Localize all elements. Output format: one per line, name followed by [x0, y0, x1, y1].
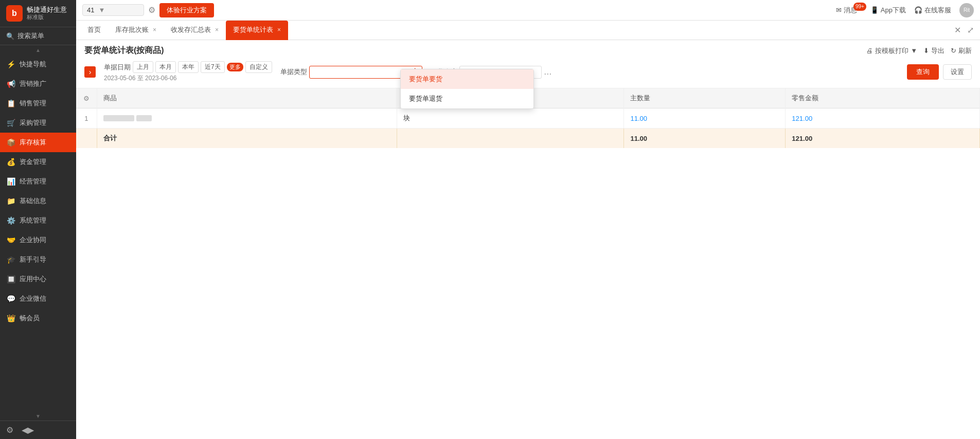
message-icon: ✉ [836, 6, 842, 14]
footer-amount: 121.00 [786, 129, 980, 149]
search-label: 搜索菜单 [17, 31, 44, 41]
tab-close-order-stats[interactable]: × [277, 26, 281, 33]
warehouse-more-icon[interactable]: … [544, 67, 552, 77]
page-content: 要货单统计表(按商品) 🖨 按模板打印 ▼ ⬇ 导出 ↻ 刷新 › [76, 40, 980, 439]
topbar: 41 ▼ ⚙ 体验行业方案 ✉ 消息 99+ 📱 App下载 🎧 在线客服 Ri… [76, 0, 980, 21]
date-custom-button[interactable]: 自定义 [245, 61, 272, 73]
sidebar-item-guide[interactable]: 🎓 新手引导 [0, 250, 76, 269]
scroll-up-indicator[interactable]: ▲ [0, 45, 76, 54]
chevron-down-icon: ▼ [98, 6, 105, 14]
export-button[interactable]: ⬇ 导出 [923, 46, 945, 56]
service-icon: 🎧 [914, 6, 922, 14]
logo-text: 畅捷通好生意 [27, 6, 67, 14]
online-service-label: 在线客服 [924, 6, 951, 15]
search-icon: 🔍 [6, 32, 14, 40]
sidebar: b 畅捷通好生意 标准版 🔍 搜索菜单 ▲ ⚡ 快捷导航 📢 营销推广 📋 销售… [0, 0, 76, 439]
row-quantity: 11.00 [624, 108, 786, 129]
scroll-down-indicator[interactable]: ▼ [0, 411, 76, 420]
sidebar-item-label: 资金管理 [20, 157, 46, 167]
sidebar-item-label: 新手引导 [20, 255, 46, 264]
sidebar-item-label: 基础信息 [20, 196, 46, 206]
quantity-link[interactable]: 11.00 [630, 115, 647, 122]
tab-home[interactable]: 首页 [80, 21, 108, 40]
tab-inventory-batch[interactable]: 库存批次账 × [108, 21, 164, 40]
sidebar-item-operations[interactable]: 📊 经营管理 [0, 172, 76, 191]
tabbar: 首页 库存批次账 × 收发存汇总表 × 要货单统计表 × ✕ ⤢ [76, 21, 980, 40]
sidebar-item-marketing[interactable]: 📢 营销推广 [0, 74, 76, 94]
footer-quantity: 11.00 [624, 129, 786, 149]
tab-inventory-batch-label: 库存批次账 [115, 25, 149, 34]
sidebar-item-quick-nav[interactable]: ⚡ 快捷导航 [0, 54, 76, 74]
collapse-icon[interactable]: ◀▶ [22, 425, 34, 435]
logo-icon: b [6, 5, 23, 22]
page-header-actions: 🖨 按模板打印 ▼ ⬇ 导出 ↻ 刷新 [866, 46, 972, 56]
date-filter-group: 单据日期 上月 本月 本年 近7天 更多 自定义 2023-05-06 至 20… [104, 61, 272, 83]
print-template-button[interactable]: 🖨 按模板打印 ▼ [866, 46, 917, 56]
filter-expand-button[interactable]: › [84, 66, 96, 78]
logo-sub: 标准版 [27, 13, 67, 21]
sidebar-item-system[interactable]: ⚙️ 系统管理 [0, 211, 76, 230]
sidebar-item-label: 企业微信 [20, 294, 46, 303]
system-icon: ⚙️ [6, 216, 15, 225]
enterprise-icon: 🤝 [6, 235, 15, 245]
tab-close-inventory-batch[interactable]: × [153, 26, 156, 33]
date-last-month-button[interactable]: 上月 [133, 61, 153, 73]
wechat-icon: 💬 [6, 294, 15, 303]
amount-link[interactable]: 121.00 [792, 115, 812, 122]
user-avatar-button[interactable]: Rit [959, 3, 974, 17]
tab-order-stats-label: 要货单统计表 [233, 25, 273, 34]
refresh-button[interactable]: ↻ 刷新 [951, 46, 972, 56]
single-type-dropdown: 要货单要货 要货单退货 [400, 69, 534, 109]
page-header: 要货单统计表(按商品) 🖨 按模板打印 ▼ ⬇ 导出 ↻ 刷新 [76, 40, 980, 56]
maximize-button[interactable]: ⤢ [965, 23, 976, 37]
tab-collection-summary[interactable]: 收发存汇总表 × [164, 21, 226, 40]
tab-order-stats[interactable]: 要货单统计表 × [226, 21, 288, 40]
close-all-tabs-button[interactable]: ✕ [952, 23, 963, 37]
app-download-button[interactable]: 📱 App下载 [870, 6, 906, 15]
sidebar-item-base-info[interactable]: 📁 基础信息 [0, 191, 76, 211]
sidebar-item-sales[interactable]: 📋 销售管理 [0, 94, 76, 113]
filter-actions: 查询 设置 [907, 64, 972, 80]
sidebar-item-wechat[interactable]: 💬 企业微信 [0, 289, 76, 308]
export-icon: ⬇ [923, 47, 929, 54]
settings-button[interactable]: 设置 [943, 64, 972, 80]
sidebar-item-app-center[interactable]: 🔲 应用中心 [0, 269, 76, 289]
sidebar-item-inventory[interactable]: 📦 库存核算 [0, 133, 76, 152]
dropdown-item-order-return[interactable]: 要货单退货 [401, 89, 533, 108]
refresh-label: 刷新 [958, 46, 972, 56]
online-service-button[interactable]: 🎧 在线客服 [914, 6, 951, 15]
inventory-icon: 📦 [6, 138, 15, 147]
table-footer-row: 合计 11.00 121.00 [76, 129, 980, 149]
date-last-7-days-button[interactable]: 近7天 [201, 61, 225, 73]
sidebar-item-label: 经营管理 [20, 177, 46, 186]
row-unit: 块 [397, 108, 624, 129]
table-row: 1 块 11.00 [76, 108, 980, 129]
product-placeholder [103, 115, 134, 121]
trial-button[interactable]: 体验行业方案 [159, 3, 214, 17]
date-this-month-button[interactable]: 本月 [155, 61, 176, 73]
phone-icon: 📱 [870, 6, 879, 14]
messages-button[interactable]: ✉ 消息 99+ [836, 6, 862, 15]
dropdown-item-order-goods[interactable]: 要货单要货 [401, 69, 533, 89]
sidebar-bottom: ⚙ ◀▶ [0, 420, 76, 439]
store-selector[interactable]: 41 ▼ [82, 4, 144, 16]
more-date-options-badge[interactable]: 更多 [227, 63, 243, 71]
column-settings-icon[interactable]: ⚙ [83, 95, 90, 102]
footer-label: 合计 [97, 129, 397, 149]
sidebar-item-purchase[interactable]: 🛒 采购管理 [0, 113, 76, 133]
query-button[interactable]: 查询 [907, 64, 939, 80]
sidebar-item-finance[interactable]: 💰 资金管理 [0, 152, 76, 172]
operations-icon: 📊 [6, 177, 15, 186]
finance-icon: 💰 [6, 157, 15, 167]
sidebar-item-membership[interactable]: 👑 畅会员 [0, 308, 76, 328]
sidebar-item-enterprise[interactable]: 🤝 企业协同 [0, 230, 76, 250]
tab-home-label: 首页 [87, 25, 101, 34]
date-this-year-button[interactable]: 本年 [178, 61, 199, 73]
settings-icon[interactable]: ⚙ [6, 425, 13, 435]
search-menu-button[interactable]: 🔍 搜索菜单 [0, 27, 76, 45]
settings-button[interactable]: ⚙ [148, 5, 155, 15]
marketing-icon: 📢 [6, 79, 15, 88]
tabbar-end-btns: ✕ ⤢ [952, 23, 976, 37]
row-seq: 1 [76, 108, 97, 129]
tab-close-collection-summary[interactable]: × [215, 26, 219, 33]
